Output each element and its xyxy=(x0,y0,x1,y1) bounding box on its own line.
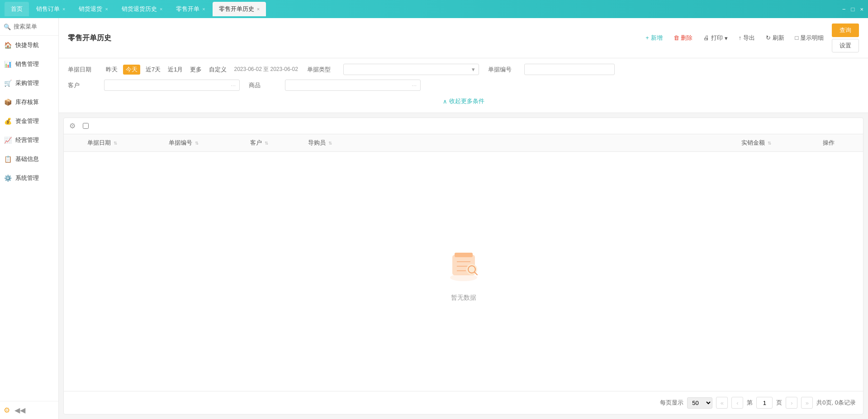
goods-input[interactable]: ··· xyxy=(285,80,421,91)
basic-info-icon: 📋 xyxy=(4,155,12,163)
data-table: 单据日期 ⇅ 单据编号 ⇅ 客户 ⇅ 导购员 ⇅ xyxy=(64,134,863,152)
goods-picker-icon[interactable]: ··· xyxy=(412,82,417,89)
last-page-icon: » xyxy=(806,400,809,406)
th-date[interactable]: 单据日期 ⇅ xyxy=(82,134,163,152)
next-page-button[interactable]: › xyxy=(786,397,797,409)
sidebar-item-quick-nav-label: 快捷导航 xyxy=(15,41,39,49)
tab-retail-open[interactable]: 零售开单 × xyxy=(170,2,211,16)
th-date-sort-icon[interactable]: ⇅ xyxy=(114,141,117,146)
sidebar-item-finance[interactable]: 💰 资金管理 xyxy=(0,112,58,131)
last-page-button[interactable]: » xyxy=(801,397,813,409)
tab-sales-order-label: 销售订单 xyxy=(36,5,60,13)
th-guide-sort-icon[interactable]: ⇅ xyxy=(328,141,332,146)
doc-no-input[interactable] xyxy=(524,64,615,75)
sidebar-item-sys-mgmt-label: 系统管理 xyxy=(15,174,39,182)
print-button[interactable]: 🖨 打印 ▾ xyxy=(701,32,730,44)
date-opt-last1m[interactable]: 近1月 xyxy=(166,65,185,75)
date-opt-today[interactable]: 今天 xyxy=(123,65,140,75)
doc-type-select[interactable]: ▾ xyxy=(343,64,479,75)
page-number-input[interactable] xyxy=(756,397,773,409)
sidebar-item-basic-info[interactable]: 📋 基础信息 xyxy=(0,150,58,169)
page-size-select[interactable]: 50 10 20 100 xyxy=(687,397,712,409)
export-button[interactable]: ↑ 导出 xyxy=(736,32,758,44)
tab-sales-return-history-close[interactable]: × xyxy=(160,6,162,12)
tab-sales-return-close[interactable]: × xyxy=(105,6,108,12)
tab-sales-order[interactable]: 销售订单 × xyxy=(30,2,71,16)
table-area: ⚙ 单据日期 ⇅ 单据编号 ⇅ xyxy=(63,118,863,414)
purchase-icon: 🛒 xyxy=(4,79,12,87)
th-date-label: 单据日期 xyxy=(87,139,111,146)
date-filter-label: 单据日期 xyxy=(68,66,95,74)
svg-rect-2 xyxy=(455,253,473,257)
search-icon: 🔍 xyxy=(4,24,11,30)
add-button[interactable]: + 新增 xyxy=(643,32,665,44)
tab-retail-open-history[interactable]: 零售开单历史 × xyxy=(213,2,266,16)
date-opt-more[interactable]: 更多 xyxy=(188,65,204,75)
th-no-sort-icon[interactable]: ⇅ xyxy=(195,141,199,146)
close-button[interactable]: × xyxy=(860,6,863,13)
settings-gear-icon[interactable]: ⚙ xyxy=(4,406,10,414)
date-opt-yesterday[interactable]: 昨天 xyxy=(104,65,119,75)
select-all-checkbox[interactable] xyxy=(83,123,89,129)
th-customer-sort-icon[interactable]: ⇅ xyxy=(265,141,268,146)
filter-row-2: 客户 ··· 商品 ··· xyxy=(68,80,859,91)
add-label: + 新增 xyxy=(645,34,662,42)
sidebar-item-purchase-mgmt[interactable]: 🛒 采购管理 xyxy=(0,74,58,93)
table-settings-icon[interactable]: ⚙ xyxy=(69,122,76,130)
sidebar-item-operation-label: 经营管理 xyxy=(15,136,39,144)
sidebar-item-operation[interactable]: 📈 经营管理 xyxy=(0,131,58,150)
sidebar-item-quick-nav[interactable]: 🏠 快捷导航 xyxy=(0,36,58,55)
th-guide[interactable]: 导购员 ⇅ xyxy=(303,134,372,152)
collapse-filter-button[interactable]: ∧ 收起更多条件 xyxy=(68,95,859,107)
tab-sales-order-close[interactable]: × xyxy=(62,6,65,12)
tab-retail-open-label: 零售开单 xyxy=(176,5,199,13)
prev-page-button[interactable]: ‹ xyxy=(731,397,743,409)
print-label: 🖨 打印 xyxy=(703,34,723,42)
tab-sales-return[interactable]: 销货退货 × xyxy=(72,2,114,16)
sidebar-item-purchase-mgmt-label: 采购管理 xyxy=(15,79,39,87)
th-customer[interactable]: 客户 ⇅ xyxy=(245,134,303,152)
refresh-button[interactable]: ↻ 刷新 xyxy=(763,32,787,44)
th-spacer xyxy=(372,134,736,152)
th-amount-sort-icon[interactable]: ⇅ xyxy=(768,141,771,146)
query-button[interactable]: 查询 xyxy=(832,24,859,37)
customer-field[interactable] xyxy=(108,82,231,89)
date-opt-last7[interactable]: 近7天 xyxy=(144,65,162,75)
inventory-icon: 📦 xyxy=(4,98,12,106)
minimize-button[interactable]: − xyxy=(842,6,846,13)
delete-label: 🗑 删除 xyxy=(674,34,693,42)
tab-retail-open-history-close[interactable]: × xyxy=(257,6,260,12)
page-title: 零售开单历史 xyxy=(68,33,111,43)
page-header: 零售开单历史 + 新增 🗑 删除 🖨 打印 ▾ ↑ 导出 ↻ 刷新 xyxy=(59,18,868,58)
settings-button[interactable]: 设置 xyxy=(832,39,859,52)
restore-button[interactable]: □ xyxy=(851,6,855,13)
table-header: 单据日期 ⇅ 单据编号 ⇅ 客户 ⇅ 导购员 ⇅ xyxy=(64,134,863,152)
show-detail-button[interactable]: □ 显示明细 xyxy=(792,32,826,44)
sidebar-item-sys-mgmt[interactable]: ⚙️ 系统管理 xyxy=(0,169,58,188)
date-options: 昨天 今天 近7天 近1月 更多 自定义 2023-06-02 至 2023-0… xyxy=(104,65,298,75)
tab-sales-return-history[interactable]: 销货退货历史 × xyxy=(115,2,169,16)
goods-field[interactable] xyxy=(289,82,412,89)
th-amount-label: 实销金额 xyxy=(741,139,765,146)
content-area: 零售开单历史 + 新增 🗑 删除 🖨 打印 ▾ ↑ 导出 ↻ 刷新 xyxy=(59,18,868,419)
customer-picker-icon[interactable]: ··· xyxy=(231,82,236,89)
sidebar-collapse-icon[interactable]: ◀◀ xyxy=(14,406,25,414)
delete-button[interactable]: 🗑 删除 xyxy=(671,32,696,44)
print-dropdown-icon[interactable]: ▾ xyxy=(725,35,728,42)
th-amount[interactable]: 实销金额 ⇅ xyxy=(736,134,817,152)
th-no[interactable]: 单据编号 ⇅ xyxy=(163,134,245,152)
doc-no-label: 单据编号 xyxy=(488,66,515,74)
customer-input[interactable]: ··· xyxy=(104,80,240,91)
sidebar-search[interactable]: 🔍 搜索菜单 xyxy=(0,18,58,36)
th-customer-label: 客户 xyxy=(250,139,262,146)
tab-retail-open-close[interactable]: × xyxy=(202,6,205,12)
tab-home[interactable]: 首页 xyxy=(5,2,29,16)
first-page-button[interactable]: « xyxy=(716,397,728,409)
toolbar: + 新增 🗑 删除 🖨 打印 ▾ ↑ 导出 ↻ 刷新 □ 显示明细 xyxy=(643,24,859,52)
sidebar-item-inventory-label: 库存核算 xyxy=(15,98,39,106)
sidebar-item-sales-mgmt[interactable]: 📊 销售管理 xyxy=(0,55,58,74)
doc-no-field[interactable] xyxy=(528,66,611,73)
date-opt-custom[interactable]: 自定义 xyxy=(207,65,228,75)
operation-icon: 📈 xyxy=(4,136,12,144)
sidebar-item-inventory[interactable]: 📦 库存核算 xyxy=(0,93,58,112)
